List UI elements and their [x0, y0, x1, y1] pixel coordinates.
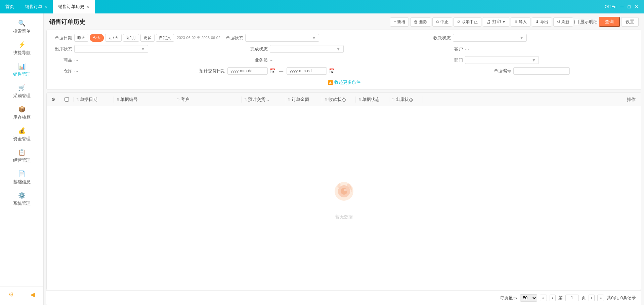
th-checkbox[interactable] [60, 97, 74, 102]
th-sn-sort-icon[interactable]: ⇅ [117, 98, 119, 101]
date-custom-btn[interactable]: 自定义 [156, 34, 174, 42]
refresh-button[interactable]: ↺ 刷新 [553, 17, 573, 27]
page-title: 销售订单历史 [49, 18, 85, 26]
outbound-dropdown-icon: ▼ [141, 46, 145, 51]
date-1month-btn[interactable]: 近1月 [123, 34, 139, 42]
tab-sales-history-close[interactable]: ✕ [86, 5, 89, 9]
collapse-btn[interactable]: 🔼 收起更多条件 [52, 78, 636, 85]
delivery-calendar-end-icon[interactable]: 📅 [329, 68, 335, 74]
th-outbound-sort-icon[interactable]: ⇅ [392, 98, 395, 101]
empty-state: 暂无数据 [47, 106, 641, 290]
table-settings-icon[interactable]: ⚙ [51, 97, 55, 102]
select-all-checkbox[interactable] [65, 97, 69, 102]
empty-text: 暂无数据 [335, 214, 353, 220]
data-table: ⚙ ⇅ 单据日期 ⇅ 单据编号 ⇅ 客户 ⇅ [46, 92, 641, 290]
print-button[interactable]: 🖨 打印 ▼ [483, 17, 509, 27]
svg-point-3 [344, 189, 347, 191]
delivery-date-start-input[interactable] [227, 67, 268, 75]
next-page-button[interactable]: › [589, 295, 595, 301]
th-outbound-status: ⇅ 出库状态 [389, 97, 423, 103]
delivery-calendar-start-icon[interactable]: 📅 [270, 68, 275, 74]
date-yesterday-btn[interactable]: 昨天 [74, 34, 88, 42]
salesperson-dots[interactable]: ··· [270, 58, 274, 63]
sidebar-item-search-menu[interactable]: 🔍 搜索菜单 [0, 16, 43, 38]
customer-dots[interactable]: ··· [465, 46, 469, 52]
sidebar-item-sales-mgmt[interactable]: 📊 销售管理 [0, 59, 43, 81]
th-payment-status: ⇅ 收款状态 [322, 97, 356, 103]
completion-status-select[interactable]: ▼ [270, 45, 344, 53]
first-page-button[interactable]: « [540, 295, 547, 301]
th-customer-label: 客户 [181, 97, 189, 103]
sidebar-item-quick-nav[interactable]: ⚡ 快捷导航 [0, 38, 43, 59]
warehouse-dots[interactable]: ··· [74, 68, 78, 74]
delete-button[interactable]: 🗑 删除 [410, 17, 431, 27]
warehouse-label: 仓库 [52, 68, 72, 74]
tab-sales-history[interactable]: 销售订单历史 ✕ [53, 0, 95, 13]
sidebar-item-purchase-mgmt[interactable]: 🛒 采购管理 [0, 81, 43, 102]
tab-home-label: 首页 [5, 4, 14, 10]
th-payment-sort-icon[interactable]: ⇅ [325, 98, 328, 101]
date-more-btn[interactable]: 更多 [140, 34, 155, 42]
tab-sales-history-label: 销售订单历史 [58, 4, 84, 10]
tab-sales-order-close[interactable]: ✕ [44, 5, 47, 9]
th-delivery-sort-icon[interactable]: ⇅ [244, 98, 247, 101]
filter-outbound-col: 出库状态 ▼ [52, 45, 245, 53]
filter-salesperson-col: 业务员 ··· [248, 57, 440, 63]
th-action: 操作 [423, 97, 641, 103]
maximize-button[interactable]: □ [627, 4, 632, 9]
order-status-select[interactable]: ▼ [245, 34, 319, 42]
department-select[interactable]: ▼ [465, 56, 539, 64]
product-dots[interactable]: ··· [74, 58, 78, 63]
completion-label: 完成状态 [248, 46, 268, 52]
th-order-sort-icon[interactable]: ⇅ [358, 98, 361, 101]
total-records-text: 共0页, 0条记录 [607, 295, 636, 301]
basic-info-icon: 📄 [18, 170, 26, 178]
order-number-input[interactable] [513, 67, 570, 75]
close-window-button[interactable]: ✕ [633, 4, 640, 9]
page-number-input[interactable] [565, 295, 579, 301]
show-detail-checkbox-label[interactable]: 显示明细 [574, 19, 598, 25]
settings-button[interactable]: 设置 [621, 17, 639, 27]
sidebar-item-operations[interactable]: 📋 经营管理 [0, 145, 43, 167]
th-order-status: ⇅ 单据状态 [356, 97, 389, 103]
th-settings[interactable]: ⚙ [47, 97, 60, 102]
cancel-stop-button[interactable]: ⊘ 取消中止 [454, 17, 481, 27]
th-date-sort-icon[interactable]: ⇅ [76, 98, 79, 101]
import-button[interactable]: ⬆ 导入 [511, 17, 530, 27]
new-button[interactable]: + 新增 [390, 17, 409, 27]
date-range-text: 2023-06-02 至 2023-06-02 [177, 35, 220, 40]
page-size-select[interactable]: 50 10 20 100 [520, 294, 537, 302]
sidebar-settings-icon[interactable]: ⚙ [8, 291, 14, 298]
export-button[interactable]: ⬇ 导出 [532, 17, 552, 27]
sidebar-item-sales-mgmt-label: 销售管理 [13, 71, 31, 77]
th-customer-sort-icon[interactable]: ⇅ [177, 98, 180, 101]
table-header: ⚙ ⇅ 单据日期 ⇅ 单据编号 ⇅ 客户 ⇅ [47, 93, 641, 106]
stop-button[interactable]: ⊘ 中止 [432, 17, 452, 27]
print-dropdown-icon[interactable]: ▼ [502, 20, 506, 24]
payment-status-select[interactable]: ▼ [453, 34, 527, 42]
query-button[interactable]: 查询 [599, 17, 620, 27]
outbound-status-label: 出库状态 [52, 46, 72, 52]
sidebar-item-finance[interactable]: 💰 资金管理 [0, 124, 43, 145]
show-detail-checkbox[interactable] [574, 20, 579, 24]
search-menu-icon: 🔍 [18, 20, 26, 27]
date-7days-btn[interactable]: 近7天 [105, 34, 122, 42]
filter-row-1: 单据日期 昨天 今天 近7天 近1月 更多 自定义 2023-06-02 至 2… [52, 34, 636, 42]
th-amount-sort-icon[interactable]: ⇅ [288, 98, 291, 101]
th-delivery: ⇅ 预计交货... [242, 97, 285, 103]
tab-home[interactable]: 首页 [0, 0, 19, 13]
operations-icon: 📋 [18, 149, 26, 156]
tab-bar: 首页 销售订单 ✕ 销售订单历史 ✕ [0, 0, 601, 13]
last-page-button[interactable]: » [597, 295, 604, 301]
date-today-btn[interactable]: 今天 [90, 34, 104, 42]
delivery-date-end-input[interactable] [287, 67, 327, 75]
tab-sales-order[interactable]: 销售订单 ✕ [19, 0, 53, 13]
outbound-status-select[interactable]: ▼ [74, 45, 148, 53]
sidebar-item-system-mgmt[interactable]: ⚙️ 系统管理 [0, 188, 43, 210]
inventory-icon: 📦 [18, 106, 26, 113]
sidebar-item-basic-info[interactable]: 📄 基础信息 [0, 167, 43, 188]
sidebar-collapse-icon[interactable]: ◀ [30, 291, 35, 298]
minimize-button[interactable]: ─ [619, 4, 625, 9]
prev-page-button[interactable]: ‹ [550, 295, 556, 301]
sidebar-item-inventory[interactable]: 📦 库存核算 [0, 102, 43, 124]
